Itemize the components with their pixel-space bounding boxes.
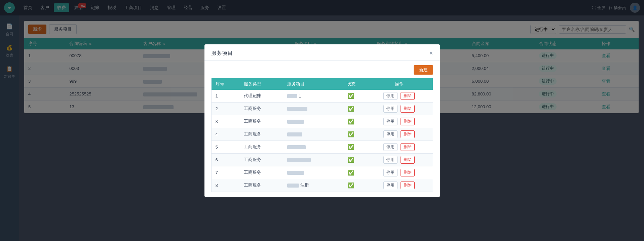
modal-cell-type: 代理记账: [240, 90, 283, 103]
modal-cell-status: ✅: [337, 90, 366, 103]
list-item: 4 工商服务 ✅ 停用 删除: [212, 128, 433, 140]
list-item: 1 代理记账 1 ✅ 停用 删除: [212, 90, 433, 103]
modal-cell-item: [283, 115, 337, 128]
modal-cell-status: ✅: [337, 115, 366, 128]
delete-button[interactable]: 删除: [401, 156, 415, 164]
modal-cell-action: 停用 删除: [366, 179, 433, 192]
modal-cell-item: [283, 128, 337, 140]
modal-cell-seq: 5: [212, 140, 240, 153]
modal-table-wrap[interactable]: 序号 服务类型 服务项目 状态 操作 1 代理记账 1 ✅ 停用 删除 2: [211, 78, 433, 192]
service-modal: 服务项目 × 新建 序号 服务类型 服务项目 状态 操作: [204, 44, 440, 197]
stop-button[interactable]: 停用: [383, 92, 397, 100]
modal-col-status: 状态: [337, 78, 366, 90]
modal-cell-item: [283, 102, 337, 115]
list-item: 2 工商服务 ✅ 停用 删除: [212, 102, 433, 115]
modal-toolbar: 新建: [211, 65, 433, 75]
modal-body: 新建 序号 服务类型 服务项目 状态 操作 1 代理记账: [204, 61, 440, 197]
modal-cell-type: 工商服务: [240, 102, 283, 115]
delete-button[interactable]: 删除: [401, 130, 415, 138]
modal-cell-action: 停用 删除: [366, 166, 433, 179]
status-check-icon: ✅: [348, 119, 354, 124]
list-item: 3 工商服务 ✅ 停用 删除: [212, 115, 433, 128]
modal-cell-action: 停用 删除: [366, 153, 433, 166]
modal-cell-seq: 7: [212, 166, 240, 179]
stop-button[interactable]: 停用: [383, 118, 397, 125]
stop-button[interactable]: 停用: [383, 105, 397, 113]
modal-cell-item: [283, 166, 337, 179]
modal-cell-item: 注册: [283, 179, 337, 192]
modal-cell-action: 停用 删除: [366, 90, 433, 103]
modal-cell-type: 工商服务: [240, 153, 283, 166]
modal-cell-status: ✅: [337, 128, 366, 140]
modal-cell-status: ✅: [337, 179, 366, 192]
status-check-icon: ✅: [348, 170, 354, 175]
list-item: 5 工商服务 ✅ 停用 删除: [212, 140, 433, 153]
status-check-icon: ✅: [348, 157, 354, 163]
stop-button[interactable]: 停用: [383, 156, 397, 164]
modal-cell-type: 工商服务: [240, 166, 283, 179]
modal-cell-seq: 6: [212, 153, 240, 166]
status-check-icon: ✅: [348, 144, 354, 150]
modal-cell-seq: 8: [212, 179, 240, 192]
modal-cell-seq: 4: [212, 128, 240, 140]
modal-col-action: 操作: [366, 78, 433, 90]
modal-cell-status: ✅: [337, 153, 366, 166]
stop-button[interactable]: 停用: [383, 143, 397, 151]
delete-button[interactable]: 删除: [401, 169, 415, 176]
modal-cell-seq: 1: [212, 90, 240, 103]
stop-button[interactable]: 停用: [383, 182, 397, 189]
modal-cell-action: 停用 删除: [366, 140, 433, 153]
modal-cell-action: 停用 删除: [366, 115, 433, 128]
delete-button[interactable]: 删除: [401, 105, 415, 113]
list-item: 7 工商服务 ✅ 停用 删除: [212, 166, 433, 179]
modal-cell-status: ✅: [337, 102, 366, 115]
modal-overlay: 服务项目 × 新建 序号 服务类型 服务项目 状态 操作: [0, 0, 644, 241]
modal-cell-item: 1: [283, 90, 337, 103]
modal-cell-seq: 2: [212, 102, 240, 115]
modal-title: 服务项目: [211, 50, 233, 57]
modal-cell-type: 工商服务: [240, 115, 283, 128]
stop-button[interactable]: 停用: [383, 169, 397, 176]
status-check-icon: ✅: [348, 93, 354, 99]
status-check-icon: ✅: [348, 106, 354, 112]
modal-cell-action: 停用 删除: [366, 102, 433, 115]
list-item: 6 工商服务 ✅ 停用 删除: [212, 153, 433, 166]
modal-cell-action: 停用 删除: [366, 128, 433, 140]
modal-cell-type: 工商服务: [240, 179, 283, 192]
new-service-button[interactable]: 新建: [414, 65, 433, 75]
modal-cell-type: 工商服务: [240, 128, 283, 140]
list-item: 8 工商服务 注册 ✅ 停用 删除: [212, 179, 433, 192]
modal-cell-item: [283, 140, 337, 153]
stop-button[interactable]: 停用: [383, 130, 397, 138]
modal-col-item: 服务项目: [283, 78, 337, 90]
delete-button[interactable]: 删除: [401, 118, 415, 125]
modal-cell-type: 工商服务: [240, 140, 283, 153]
modal-cell-seq: 3: [212, 115, 240, 128]
modal-cell-item: [283, 153, 337, 166]
modal-header: 服务项目 ×: [204, 44, 440, 61]
modal-cell-status: ✅: [337, 166, 366, 179]
delete-button[interactable]: 删除: [401, 92, 415, 100]
service-table: 序号 服务类型 服务项目 状态 操作 1 代理记账 1 ✅ 停用 删除 2: [212, 78, 433, 192]
status-check-icon: ✅: [348, 131, 354, 137]
modal-col-seq: 序号: [212, 78, 240, 90]
modal-cell-status: ✅: [337, 140, 366, 153]
delete-button[interactable]: 删除: [401, 182, 415, 189]
delete-button[interactable]: 删除: [401, 143, 415, 151]
modal-close-button[interactable]: ×: [429, 50, 433, 56]
modal-col-type: 服务类型: [240, 78, 283, 90]
status-check-icon: ✅: [348, 183, 354, 188]
